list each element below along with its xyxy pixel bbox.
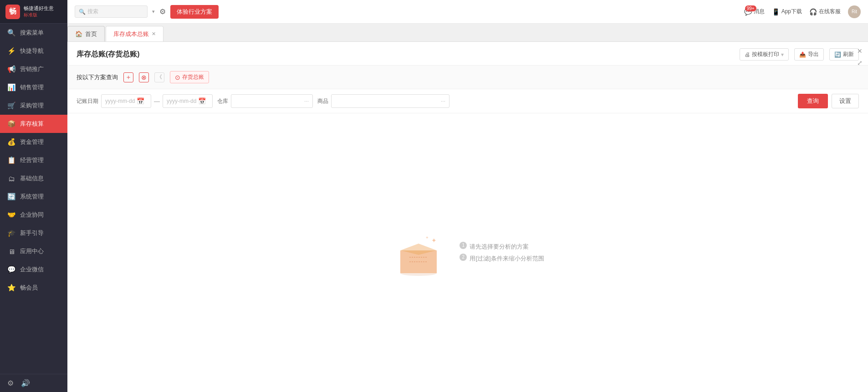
scheme-icon: ⊙: [175, 74, 180, 81]
hint-step-2: 2 用[过滤]条件来缩小分析范围: [460, 253, 544, 265]
chevron-down-icon[interactable]: ▾: [152, 9, 155, 15]
panel-right-controls: ✕ ⤢: [852, 42, 868, 72]
sidebar-bottom: ⚙ 🔊: [0, 374, 67, 392]
sidebar-item-search[interactable]: 🔍 搜索菜单: [0, 24, 67, 42]
sidebar-item-wechat[interactable]: 💬 企业微信: [0, 260, 67, 279]
warehouse-field-group: 仓库 ···: [217, 94, 313, 108]
guide-icon: 🎓: [7, 229, 15, 237]
settings-button[interactable]: 设置: [832, 94, 859, 108]
calendar-icon-2: 📅: [198, 97, 206, 105]
panel-resize-button[interactable]: ⤢: [854, 57, 865, 68]
sidebar-item-sales[interactable]: 📊 销售管理: [0, 78, 67, 97]
product-select[interactable]: ···: [331, 94, 449, 108]
warehouse-select[interactable]: ···: [231, 94, 313, 108]
warehouse-label: 仓库: [217, 97, 228, 105]
collab-icon: 🤝: [7, 211, 15, 219]
sidebar: 畅 畅捷通好生意 标准版 🔍 搜索菜单 ⚡ 快捷导航 📢 营销推广 📊 销售管理…: [0, 0, 67, 392]
tabbar: 🏠 首页 库存成本总账 ✕: [67, 24, 868, 42]
product-field-group: 商品 ···: [317, 94, 449, 108]
more-icon-2: ···: [441, 98, 445, 104]
topbar-actions: 💬 99+ 消息 📱 App下载 🎧 在线客服 Rit: [744, 5, 861, 18]
tab-home[interactable]: 🏠 首页: [67, 26, 105, 41]
page-title: 库存总账(存货总账): [77, 50, 140, 59]
mobile-icon: 📱: [772, 8, 780, 15]
search-icon: 🔍: [79, 9, 86, 15]
empty-svg: ✦ ✦: [391, 225, 446, 280]
empty-hint: 1 请先选择要分析的方案 2 用[过滤]条件来缩小分析范围: [460, 241, 544, 265]
lightning-icon: ⚡: [7, 47, 15, 55]
export-btn[interactable]: 📤 导出: [794, 48, 824, 61]
wechat-icon: 💬: [7, 265, 15, 274]
sidebar-item-marketing[interactable]: 📢 营销推广: [0, 60, 67, 78]
sales-icon: 📊: [7, 83, 15, 92]
marketing-icon: 📢: [7, 65, 15, 73]
page-header-actions: 🖨 按模板打印 ▾ 📤 导出 🔄 刷新: [740, 48, 859, 61]
main-area: 🔍 搜索 ▾ ⚙ 体验行业方案 💬 99+ 消息 📱 App下载 🎧 在线客服: [67, 0, 868, 392]
date-to-input[interactable]: yyyy-mm-dd 📅: [163, 94, 213, 108]
sidebar-logo: 畅 畅捷通好生意 标准版: [0, 0, 67, 24]
empty-illustration: ✦ ✦: [391, 225, 446, 280]
filter-buttons: 查询 设置: [798, 94, 859, 108]
operation-icon: 📋: [7, 156, 15, 164]
search-bar[interactable]: 🔍 搜索: [75, 5, 148, 18]
audio-icon[interactable]: 🔊: [21, 379, 30, 387]
sidebar-item-member[interactable]: ⭐ 畅会员: [0, 279, 67, 297]
basic-icon: 🗂: [7, 175, 15, 183]
online-service-action[interactable]: 🎧 在线客服: [809, 8, 841, 15]
date-field-group: 记账日期 yyyy-mm-dd 📅 — yyyy-mm-dd 📅: [77, 94, 213, 108]
gear-icon[interactable]: ⚙: [159, 7, 166, 16]
panel-close-button[interactable]: ✕: [854, 46, 865, 56]
industry-btn[interactable]: 体验行业方案: [170, 5, 219, 19]
member-icon: ⭐: [7, 284, 15, 292]
sidebar-item-guide[interactable]: 🎓 新手引导: [0, 224, 67, 242]
hint-step-1: 1 请先选择要分析的方案: [460, 241, 544, 253]
finance-icon: 💰: [7, 138, 15, 146]
filter-collapse-button[interactable]: 《: [154, 72, 164, 82]
sidebar-item-appstore[interactable]: 🖥 应用中心: [0, 242, 67, 260]
svg-text:✦: ✦: [425, 235, 429, 240]
export-icon: 📤: [799, 51, 806, 58]
search-icon: 🔍: [7, 29, 15, 37]
sidebar-item-shortcut[interactable]: ⚡ 快捷导航: [0, 42, 67, 60]
settings-icon[interactable]: ⚙: [7, 379, 14, 387]
tab-inventory-ledger[interactable]: 库存成本总账 ✕: [106, 26, 163, 41]
sidebar-item-system[interactable]: 🔄 系统管理: [0, 188, 67, 206]
sidebar-item-inventory[interactable]: 📦 库存核算: [0, 115, 67, 133]
tab-close-icon[interactable]: ✕: [152, 31, 156, 37]
sidebar-item-purchase[interactable]: 🛒 采购管理: [0, 97, 67, 115]
sidebar-nav: 🔍 搜索菜单 ⚡ 快捷导航 📢 营销推广 📊 销售管理 🛒 采购管理 📦 库存核…: [0, 24, 67, 374]
filter-scheme-tag[interactable]: ⊙ 存货总账: [170, 71, 209, 83]
topbar: 🔍 搜索 ▾ ⚙ 体验行业方案 💬 99+ 消息 📱 App下载 🎧 在线客服: [67, 0, 868, 24]
svg-text:✦: ✦: [431, 237, 437, 244]
app-download-action[interactable]: 📱 App下载: [772, 8, 802, 15]
date-label: 记账日期: [77, 97, 98, 105]
headset-icon: 🎧: [809, 8, 817, 15]
date-separator: —: [154, 98, 160, 105]
refresh-icon: 🔄: [834, 51, 841, 58]
calendar-icon: 📅: [137, 97, 144, 105]
logo-icon: 畅: [5, 5, 20, 19]
filter-fields: 记账日期 yyyy-mm-dd 📅 — yyyy-mm-dd 📅 仓库 ···: [67, 89, 868, 113]
sidebar-item-basic[interactable]: 🗂 基础信息: [0, 169, 67, 188]
message-action[interactable]: 💬 99+ 消息: [744, 8, 765, 15]
content-area: 库存总账(存货总账) 🖨 按模板打印 ▾ 📤 导出 🔄 刷新 按以下方案查: [67, 42, 868, 392]
date-from-input[interactable]: yyyy-mm-dd 📅: [101, 94, 151, 108]
filter-remove-button[interactable]: ⊗: [139, 72, 149, 82]
sidebar-item-finance[interactable]: 💰 资金管理: [0, 133, 67, 151]
print-btn[interactable]: 🖨 按模板打印 ▾: [740, 48, 789, 61]
system-icon: 🔄: [7, 193, 15, 201]
date-from-placeholder: yyyy-mm-dd: [105, 98, 135, 104]
avatar[interactable]: Rit: [848, 5, 861, 18]
sidebar-item-operation[interactable]: 📋 经营管理: [0, 151, 67, 169]
filter-add-button[interactable]: ＋: [123, 72, 133, 82]
filter-bar: 按以下方案查询 ＋ ⊗ 《 ⊙ 存货总账: [67, 66, 868, 89]
sidebar-item-collab[interactable]: 🤝 企业协同: [0, 206, 67, 224]
date-to-placeholder: yyyy-mm-dd: [167, 98, 196, 104]
filter-label: 按以下方案查询: [77, 73, 118, 81]
query-button[interactable]: 查询: [798, 94, 828, 108]
product-label: 商品: [317, 97, 328, 105]
chevron-down-icon: ▾: [781, 51, 784, 58]
home-icon: 🏠: [75, 31, 82, 37]
empty-state: ✦ ✦ 1 请先选择要分析的方案 2 用[过滤]条件来缩小分析范围: [67, 113, 868, 392]
logo-text: 畅捷通好生意 标准版: [24, 5, 54, 18]
